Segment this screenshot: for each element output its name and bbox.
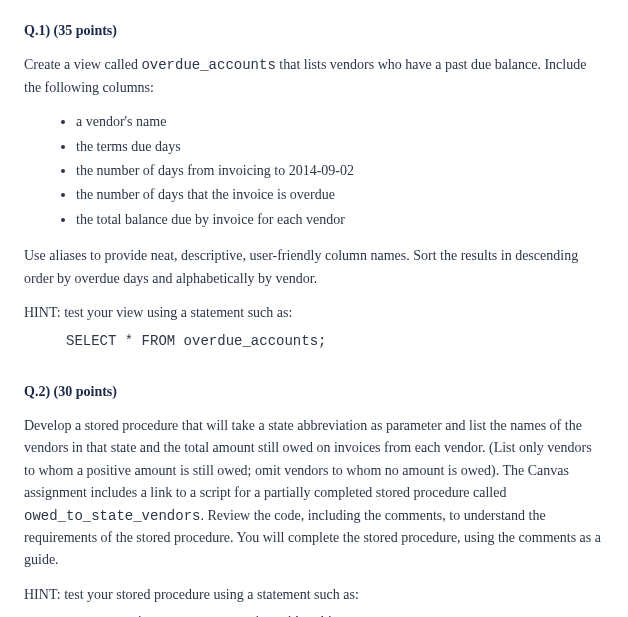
q2-code-block: CALL owed_to_state_vendors('CA'); xyxy=(24,612,604,617)
q1-intro: Create a view called overdue_accounts th… xyxy=(24,54,604,99)
q1-header: Q.1) (35 points) xyxy=(24,20,604,42)
q1-bullet-list: a vendor's name the terms due days the n… xyxy=(24,111,604,231)
q1-hint: HINT: test your view using a statement s… xyxy=(24,302,604,324)
q2-header: Q.2) (30 points) xyxy=(24,381,604,403)
q1-intro-code: overdue_accounts xyxy=(141,57,275,73)
question-2: Q.2) (30 points) Develop a stored proced… xyxy=(24,381,604,617)
q1-code-block: SELECT * FROM overdue_accounts; xyxy=(24,330,604,352)
list-item: the terms due days xyxy=(76,136,604,158)
list-item: the number of days from invoicing to 201… xyxy=(76,160,604,182)
q2-hint: HINT: test your stored procedure using a… xyxy=(24,584,604,606)
q2-para-before: Develop a stored procedure that will tak… xyxy=(24,418,592,500)
list-item: the number of days that the invoice is o… xyxy=(76,184,604,206)
q2-para-code: owed_to_state_vendors xyxy=(24,508,200,524)
list-item: a vendor's name xyxy=(76,111,604,133)
q1-para2: Use aliases to provide neat, descriptive… xyxy=(24,245,604,290)
list-item: the total balance due by invoice for eac… xyxy=(76,209,604,231)
q1-intro-before: Create a view called xyxy=(24,57,141,72)
q2-para: Develop a stored procedure that will tak… xyxy=(24,415,604,572)
question-1: Q.1) (35 points) Create a view called ov… xyxy=(24,20,604,353)
